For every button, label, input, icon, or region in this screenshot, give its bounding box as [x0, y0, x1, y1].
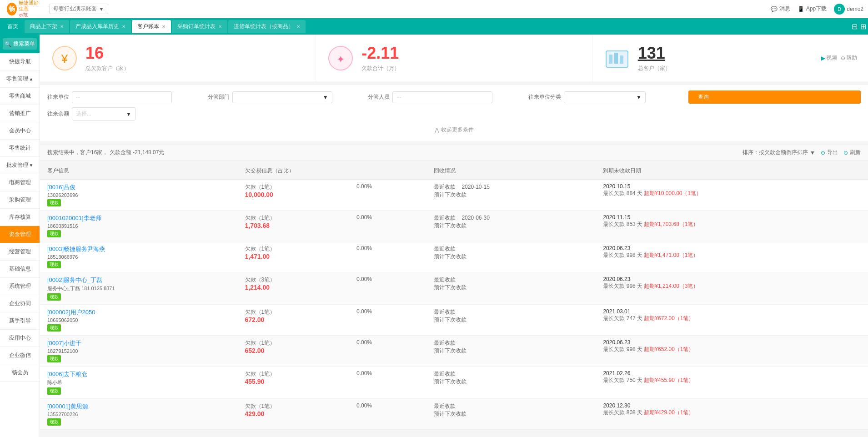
- owe-info-cell: 欠款（3笔） 1,214.00: [238, 272, 346, 305]
- sidebar-item-member-center[interactable]: 会员中心: [0, 122, 40, 140]
- sidebar-item-enterprise[interactable]: 企业协同: [0, 295, 40, 312]
- owe-amount[interactable]: 1,471.00: [245, 253, 338, 260]
- export-button[interactable]: ⊙ 导出: [821, 149, 838, 156]
- owe-customers-icon: ¥: [51, 45, 78, 72]
- tab-purchase-stats[interactable]: 进货单统计表（按商品） ✕: [228, 20, 306, 33]
- sidebar-item-guide[interactable]: 新手引导: [0, 312, 40, 330]
- search-menu-button[interactable]: 🔍 搜索菜单: [3, 38, 37, 50]
- overdue-link[interactable]: 超期¥1,703.68（1笔）: [644, 221, 698, 227]
- due-date-cell: 2021.02.26 最长欠款 750 天 超期¥455.90（1笔）: [596, 367, 868, 399]
- filter-area: 往来单位 ··· 分管部门 ▼ 分管人员: [40, 85, 868, 141]
- overdue-link[interactable]: 超期¥1,471.00（1笔）: [644, 252, 698, 258]
- overdue-link[interactable]: 超期¥429.00（1笔）: [644, 409, 694, 416]
- customer-name-link[interactable]: [0006]去下粮仓: [47, 370, 231, 378]
- total-customers-value: 131: [638, 44, 814, 63]
- owe-amount[interactable]: 1,214.00: [245, 284, 338, 291]
- search-button[interactable]: 查询: [688, 90, 861, 104]
- sidebar-item-retail-stats[interactable]: 零售统计: [0, 140, 40, 157]
- tabs-minimize-icon[interactable]: ⊟: [852, 22, 858, 31]
- sidebar-item-retail-mgmt[interactable]: 零售管理 ▲: [0, 70, 40, 88]
- customer-name-link[interactable]: [0016]吕俊: [47, 183, 231, 191]
- company-name: 母婴行业演示账套: [53, 5, 97, 13]
- collapse-button[interactable]: ⋀ 收起更多条件: [435, 126, 474, 134]
- customer-name-link[interactable]: [000001]黄思源: [47, 402, 231, 411]
- user-menu[interactable]: D demo2: [834, 4, 863, 15]
- overdue-link[interactable]: 超期¥652.00（1笔）: [644, 346, 694, 352]
- collapse-icon: ⋀: [435, 127, 439, 133]
- overdue-link[interactable]: 超期¥672.00（1笔）: [644, 315, 694, 321]
- customer-name-link[interactable]: [0003]畅捷服务尹海燕: [47, 245, 231, 253]
- customer-name-link[interactable]: [000002]用户2050: [47, 308, 231, 316]
- company-selector[interactable]: 母婴行业演示账套 ▼: [49, 4, 108, 14]
- customer-name-link[interactable]: [0002]服务中心_丁磊: [47, 276, 231, 284]
- sidebar-item-purchase-mgmt[interactable]: 采购管理: [0, 191, 40, 209]
- owe-amount[interactable]: 455.90: [245, 378, 338, 385]
- tab-close-icon[interactable]: ✕: [218, 24, 222, 29]
- tab-purchase-order[interactable]: 采购订单统计表 ✕: [172, 20, 227, 33]
- department-select[interactable]: ▼: [232, 91, 332, 103]
- next-collect: 预计下次收款: [434, 410, 588, 418]
- sidebar-item-app-center[interactable]: 应用中心: [0, 330, 40, 347]
- tab-product-history[interactable]: 产成品入库单历史 ✕: [70, 20, 131, 33]
- owe-amount[interactable]: 672.00: [245, 316, 338, 323]
- app-download-button[interactable]: 📱 App下载: [798, 5, 827, 13]
- balance-select[interactable]: 选择... ▼: [72, 107, 135, 121]
- view-video-button[interactable]: ▶ 视频: [821, 54, 837, 62]
- help-button[interactable]: ⊙ 帮助: [841, 54, 857, 62]
- tab-customer-account[interactable]: 客户账本 ✕: [132, 20, 171, 33]
- customer-cell: [0002]服务中心_丁磊 服务中心_丁磊 181 0125 8371 现款: [40, 272, 238, 305]
- owe-customers-info: 16 总欠款客户（家）: [85, 44, 305, 72]
- tab-product-history-label: 产成品入库单历史: [75, 23, 119, 30]
- tab-product-off[interactable]: 商品上下架 ✕: [25, 20, 69, 33]
- owe-amount[interactable]: 10,000.00: [245, 191, 338, 198]
- tab-close-icon[interactable]: ✕: [122, 24, 125, 29]
- sidebar-search-area: 🔍 搜索菜单: [0, 35, 40, 53]
- owe-amount[interactable]: 429.00: [245, 410, 338, 417]
- svg-text:¥: ¥: [61, 52, 68, 65]
- tab-close-icon[interactable]: ✕: [60, 24, 64, 29]
- sidebar-item-batch-mgmt[interactable]: 批发管理 ▼: [0, 157, 40, 174]
- customer-phone: 18513066976: [47, 254, 231, 260]
- sidebar-item-vip[interactable]: 畅会员: [0, 364, 40, 382]
- source-unit-input[interactable]: ···: [72, 91, 172, 103]
- export-icon: ⊙: [821, 150, 825, 156]
- sidebar-item-corp-wechat[interactable]: 企业微信: [0, 347, 40, 364]
- tab-purchase-order-label: 采购订单统计表: [177, 23, 216, 30]
- sidebar-item-retail-store[interactable]: 零售商城: [0, 88, 40, 105]
- customer-tag: 现款: [47, 324, 61, 332]
- sidebar-item-basic-info[interactable]: 基础信息: [0, 261, 40, 278]
- refresh-button[interactable]: ⊙ 刷新: [843, 149, 861, 156]
- customer-name-link[interactable]: [0007]小进干: [47, 339, 231, 347]
- customer-phone: 18600391516: [47, 223, 231, 229]
- unit-category-select[interactable]: ▼: [564, 91, 646, 103]
- tab-close-icon[interactable]: ✕: [162, 24, 166, 29]
- overdue-link[interactable]: 超期¥455.90（1笔）: [644, 377, 694, 383]
- sidebar-item-ecommerce[interactable]: 电商管理: [0, 174, 40, 191]
- customer-name-link[interactable]: [0001020001]李老师: [47, 214, 231, 222]
- sidebar-item-finance[interactable]: 资金管理: [0, 226, 40, 243]
- next-collect: 预计下次收款: [434, 347, 588, 355]
- owe-percentage: 0.00%: [356, 370, 372, 377]
- tab-home[interactable]: 首页: [2, 20, 24, 33]
- sidebar-item-operations[interactable]: 经营管理: [0, 243, 40, 261]
- department-label: 分管部门: [208, 93, 230, 101]
- sidebar-item-quick-nav[interactable]: 快捷导航: [0, 53, 40, 70]
- owe-amount[interactable]: 652.00: [245, 347, 338, 354]
- owe-info-cell: 欠款（1笔） 455.90: [238, 367, 346, 399]
- owe-info-cell: 欠款（1笔） 672.00: [238, 305, 346, 336]
- overdue-link[interactable]: 超期¥10,000.00（1笔）: [644, 190, 702, 196]
- sidebar-item-inventory[interactable]: 库存核算: [0, 209, 40, 226]
- sidebar-item-marketing[interactable]: 营销推广: [0, 105, 40, 122]
- chevron-down-icon: ▼: [29, 163, 34, 168]
- table-row: [0001020001]李老师 18600391516 现款 欠款（1笔） 1,…: [40, 211, 868, 241]
- owe-amount[interactable]: 1,703.68: [245, 222, 338, 229]
- tabs-maximize-icon[interactable]: ⊞: [860, 22, 866, 31]
- sidebar-item-system[interactable]: 系统管理: [0, 278, 40, 295]
- customer-tag: 现款: [47, 418, 61, 426]
- manager-input[interactable]: ···: [392, 91, 492, 103]
- tab-close-icon[interactable]: ✕: [296, 24, 300, 29]
- sort-selector[interactable]: 排序：按欠款金额倒序排序 ▼: [743, 149, 815, 156]
- due-date-cell: 2020.06.23 最长欠款 998 天 超期¥1,214.00（3笔）: [596, 272, 868, 305]
- message-button[interactable]: 💬 消息: [771, 5, 790, 13]
- overdue-link[interactable]: 超期¥1,214.00（3笔）: [644, 283, 698, 289]
